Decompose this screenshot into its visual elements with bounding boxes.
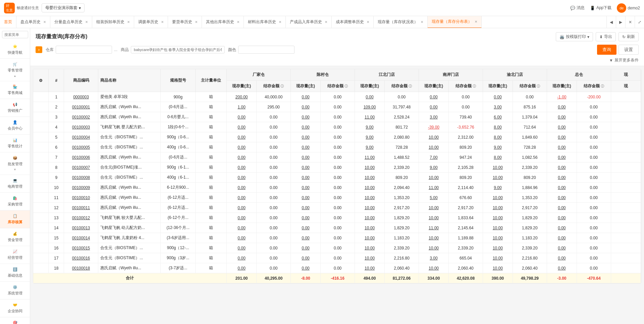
sidebar-item-ecommerce[interactable]: 💻 电商管理: [0, 175, 30, 193]
close-icon[interactable]: ✕: [161, 20, 164, 24]
tab-other-out[interactable]: 其他出库单历史 ✕: [202, 16, 244, 28]
th-total-qty: 现存量(主): [547, 81, 577, 92]
export-label: 导出: [604, 34, 612, 40]
tab-stock-dist[interactable]: 现存量（库存分布表） ✕: [428, 16, 482, 28]
color-input[interactable]: [238, 46, 294, 54]
member-label: 会员中心: [8, 126, 22, 131]
sidebar-item-wholesale[interactable]: 📦 批发管理 ▼: [0, 152, 30, 175]
table-row: 10000003爱他美 卓萃3段900g箱200.0040,000.000.00…: [33, 92, 641, 102]
close-icon[interactable]: ✕: [421, 20, 423, 24]
guide-icon: 🎯: [13, 321, 17, 324]
tab-requisition[interactable]: 要货单历史 ✕: [168, 16, 202, 28]
tab-inventory-check[interactable]: 盘点单历史 ✕: [16, 16, 50, 28]
basic-icon: ℹ️: [13, 267, 17, 272]
th-fc-amt: 结存金额 ⓘ: [257, 81, 291, 92]
sidebar-item-retail[interactable]: 🛒 零售管理 ▲: [0, 59, 30, 81]
sidebar-item-basic[interactable]: ℹ️ 基础信息: [0, 264, 30, 282]
gear-icon[interactable]: ⚙: [39, 78, 43, 83]
warehouse-input[interactable]: [56, 46, 112, 54]
th-cc-qty: 现存量(主): [291, 81, 321, 92]
sidebar-item-retail-stats[interactable]: 📊 零售统计: [0, 135, 30, 152]
search-input[interactable]: [2, 31, 28, 38]
th-group-cc: 陈村仓: [291, 69, 355, 81]
ecommerce-icon: 💻: [13, 178, 17, 183]
sidebar-item-member[interactable]: 👤 会员中心: [0, 117, 30, 135]
tab-cost-adjust[interactable]: 成本调整单历史 ✕: [332, 16, 374, 28]
expand-more-btn[interactable]: ▼ 展开更多条件: [609, 57, 639, 63]
th-group-factory: 厂家仓: [227, 69, 291, 81]
sidebar-item-marketing[interactable]: 📢 营销推广: [0, 99, 30, 117]
table-row: 1400100013飞鹤星飞帆 幼儿配方奶...(12-36个月...箱0.00…: [33, 223, 641, 233]
close-icon[interactable]: ✕: [85, 20, 88, 24]
sidebar-item-system[interactable]: ⚙️ 系统管理: [0, 282, 30, 299]
query-button[interactable]: 查询: [597, 45, 616, 55]
goods-input[interactable]: [131, 46, 225, 53]
operations-icon: 📈: [13, 249, 17, 254]
page-header: 现存量查询(库存分布) 🖨️ 按模版打印 ▾ ⬇ 导出 ↻ 刷新: [30, 28, 644, 66]
tab-expand-btn[interactable]: ⤢: [635, 16, 644, 28]
tab-product-in[interactable]: 产成品入库单历史 ✕: [286, 16, 332, 28]
tab-next-btn[interactable]: ▶: [616, 16, 625, 28]
tab-close-all-btn[interactable]: ✕: [625, 16, 635, 28]
th-group-jb: 江北门店: [355, 69, 419, 81]
sidebar-item-quicknav[interactable]: ⭐ 快捷导航: [0, 41, 30, 59]
export-btn[interactable]: ⬇ 导出: [596, 32, 616, 41]
refresh-label: 刷新: [627, 34, 635, 40]
tab-label: 分量盘点单历史: [54, 19, 83, 25]
sidebar-item-mall[interactable]: 🏪 零售商城: [0, 81, 30, 99]
close-icon[interactable]: ✕: [475, 20, 477, 24]
tab-label: 组装拆卸单历史: [96, 19, 124, 25]
sidebar-search: [0, 28, 30, 41]
tab-home[interactable]: 首页: [0, 16, 16, 28]
message-label: 消息: [577, 5, 585, 11]
user-area[interactable]: de demo2: [617, 3, 640, 13]
table-row: 600100005合生元（BIOSTIME）...400g（0-6...箱0.0…: [33, 142, 641, 152]
sidebar-item-inventory[interactable]: 📋 库存核算: [0, 211, 30, 228]
filter-toggle-btn[interactable]: ›: [36, 46, 42, 53]
sidebar-item-collab[interactable]: 🤝 企业协同: [0, 299, 30, 317]
system-icon: ⚙️: [13, 285, 17, 289]
system-label: 系统管理: [8, 291, 22, 296]
tab-prev-btn[interactable]: ◀: [606, 16, 616, 28]
nav-tabs: 首页 盘点单历史 ✕ 分量盘点单历史 ✕ 组装拆卸单历史 ✕ 调拨单历史 ✕ 要…: [0, 16, 644, 28]
th-group-total: 总仓: [547, 69, 611, 81]
close-icon[interactable]: ✕: [43, 20, 46, 24]
sidebar-item-purchase[interactable]: 🛍️ 采购管理: [0, 193, 30, 211]
tab-assembly[interactable]: 组装拆卸单历史 ✕: [92, 16, 134, 28]
tab-material-out[interactable]: 材料出库单历史 ✕: [244, 16, 286, 28]
warehouse-dots[interactable]: ...: [114, 47, 117, 52]
retail-stats-label: 零售统计: [8, 144, 22, 149]
app-label: App下载: [596, 5, 611, 11]
print-label: 按模版打印: [566, 34, 586, 40]
th-jb-amt: 结存金额 ⓘ: [385, 81, 419, 92]
chevron-down-icon: ▾: [587, 35, 589, 39]
table-row: 700100006惠氏启赋（Wyeth illu...(0-6月适...箱0.0…: [33, 152, 641, 163]
th-unit: 主计量单位: [196, 69, 227, 92]
close-icon[interactable]: ✕: [325, 20, 327, 24]
app-download-btn[interactable]: 📱 App下载: [590, 5, 611, 11]
close-icon[interactable]: ✕: [367, 20, 369, 24]
finance-icon: 💰: [13, 232, 17, 236]
content-area: 现存量查询(库存分布) 🖨️ 按模版打印 ▾ ⬇ 导出 ↻ 刷新: [30, 28, 644, 324]
tab-stock-status[interactable]: 现存量（库存状况表） ✕: [374, 16, 428, 28]
table-row: 1100100010惠氏启赋（Wyeth illu...(6-12月适...箱0…: [33, 193, 641, 203]
brand-selector[interactable]: 母婴行业演示陈套 ▾: [42, 3, 85, 12]
retail-stats-icon: 📊: [13, 138, 17, 142]
close-icon[interactable]: ✕: [127, 20, 130, 24]
sidebar-item-finance[interactable]: 💰 资金管理: [0, 228, 30, 246]
th-gear: ⚙: [33, 69, 49, 92]
close-icon[interactable]: ✕: [195, 20, 198, 24]
tab-partial-check[interactable]: 分量盘点单历史 ✕: [50, 16, 92, 28]
sidebar-item-guide[interactable]: 🎯 新手引导: [0, 317, 30, 324]
print-btn[interactable]: 🖨️ 按模版打印 ▾: [556, 32, 593, 41]
close-icon[interactable]: ✕: [279, 20, 281, 24]
th-spec: 规格型号: [161, 69, 196, 92]
tab-transfer[interactable]: 调拨单历史 ✕: [134, 16, 168, 28]
table-row: 1800100018惠氏启赋（Wyeth illu...(3-7岁适...箱0.…: [33, 263, 641, 273]
refresh-btn[interactable]: ↻ 刷新: [619, 32, 639, 41]
close-icon[interactable]: ✕: [237, 20, 239, 24]
sidebar-item-operations[interactable]: 📈 经营管理: [0, 246, 30, 264]
message-btn[interactable]: 💬 消息: [570, 5, 585, 11]
settings-button[interactable]: 设置: [619, 45, 639, 55]
tab-label: 现存量（库存分布表）: [432, 19, 472, 25]
